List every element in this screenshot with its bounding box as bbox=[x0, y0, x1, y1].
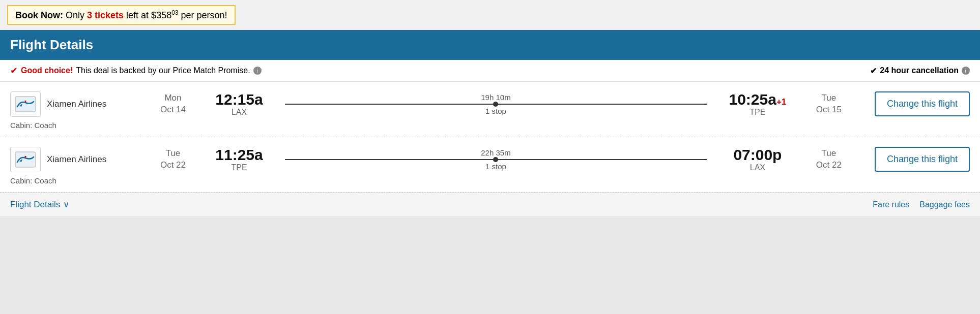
airline-logo-area: Xiamen Airlines bbox=[10, 147, 142, 172]
arrive-airport: TPE bbox=[717, 108, 798, 117]
flight-duration-area: 22h 35m 1 stop bbox=[275, 148, 717, 171]
book-now-banner: Book Now: Only 3 tickets left at $35803 … bbox=[0, 0, 980, 30]
cabin-label: Cabin: Coach bbox=[10, 176, 970, 185]
change-flight-button[interactable]: Change this flight bbox=[875, 91, 970, 116]
section-title: Flight Details bbox=[10, 37, 93, 52]
depart-time-area: 12:15a LAX bbox=[204, 91, 275, 117]
stops-label: 1 stop bbox=[485, 107, 506, 115]
arrive-time-area: 10:25a+1 TPE bbox=[717, 91, 798, 117]
flights-container: Xiamen Airlines Mon Oct 14 12:15a LAX bbox=[0, 82, 980, 193]
tickets-count: 3 tickets bbox=[87, 10, 124, 20]
price-match-info-icon[interactable]: i bbox=[253, 67, 262, 75]
flight-main: Xiamen Airlines Tue Oct 22 11:25a TPE bbox=[10, 146, 970, 172]
airline-logo-area: Xiamen Airlines bbox=[10, 91, 142, 117]
cabin-label: Cabin: Coach bbox=[10, 121, 970, 130]
cancellation-info-icon[interactable]: i bbox=[962, 67, 970, 75]
arrive-time-value: 07:00p bbox=[733, 146, 782, 163]
good-choice-text: This deal is backed by our Price Match P… bbox=[76, 66, 250, 75]
banner-suffix2: per person! bbox=[181, 10, 227, 20]
flight-details-link[interactable]: Flight Details ∨ bbox=[10, 199, 69, 210]
duration-line bbox=[285, 159, 707, 160]
arrive-date-line2: Oct 22 bbox=[816, 160, 842, 170]
depart-date-line2: Oct 14 bbox=[160, 105, 186, 114]
book-now-label: Book Now: bbox=[15, 10, 63, 20]
arrive-airport: LAX bbox=[717, 163, 798, 172]
arrive-date-line1: Tue bbox=[822, 148, 837, 158]
arrive-plus-day: +1 bbox=[776, 97, 786, 107]
banner-suffix: left at $358 bbox=[126, 10, 171, 20]
good-choice-label: Good choice! bbox=[21, 66, 73, 75]
depart-date-line2: Oct 22 bbox=[160, 160, 186, 170]
arrive-date-line1: Tue bbox=[822, 93, 837, 103]
flight-row-inner: Xiamen Airlines Mon Oct 14 12:15a LAX bbox=[10, 91, 970, 130]
cancellation-notice: ✔ 24 hour cancellation i bbox=[870, 66, 970, 76]
footer-links: Fare rules Baggage fees bbox=[873, 200, 970, 209]
airline-name: Xiamen Airlines bbox=[47, 154, 106, 165]
depart-time: 11:25a bbox=[204, 146, 275, 163]
arrive-time-value: 10:25a bbox=[729, 91, 776, 108]
flight-main: Xiamen Airlines Mon Oct 14 12:15a LAX bbox=[10, 91, 970, 117]
depart-airport: LAX bbox=[204, 108, 275, 117]
xiamen-airlines-logo-icon bbox=[14, 151, 37, 168]
stops-label: 1 stop bbox=[485, 162, 506, 171]
flight-details-link-text: Flight Details bbox=[10, 200, 60, 210]
cancellation-checkmark: ✔ bbox=[870, 66, 877, 76]
depart-date-line1: Mon bbox=[164, 93, 181, 103]
duration-label: 19h 10m bbox=[481, 93, 510, 102]
airline-logo bbox=[10, 147, 41, 172]
arrive-time: 07:00p bbox=[717, 146, 798, 163]
depart-airport: TPE bbox=[204, 163, 275, 172]
duration-line bbox=[285, 104, 707, 105]
page-container: Book Now: Only 3 tickets left at $35803 … bbox=[0, 0, 980, 216]
xiamen-airlines-logo-icon bbox=[14, 96, 37, 113]
stop-dot bbox=[493, 157, 498, 162]
depart-date-line1: Tue bbox=[166, 148, 181, 158]
airline-name: Xiamen Airlines bbox=[47, 99, 106, 109]
good-choice-checkmark: ✔ bbox=[10, 65, 18, 76]
stop-dot bbox=[493, 102, 498, 107]
depart-date: Mon Oct 14 bbox=[142, 92, 204, 115]
arrive-date: Tue Oct 22 bbox=[798, 148, 859, 170]
footer-bar: Flight Details ∨ Fare rules Baggage fees bbox=[0, 193, 980, 216]
arrive-date: Tue Oct 15 bbox=[798, 92, 859, 115]
depart-date: Tue Oct 22 bbox=[142, 148, 204, 170]
flight-row-inner: Xiamen Airlines Tue Oct 22 11:25a TPE bbox=[10, 146, 970, 185]
flight-row: Xiamen Airlines Mon Oct 14 12:15a LAX bbox=[0, 82, 980, 137]
depart-time-area: 11:25a TPE bbox=[204, 146, 275, 172]
arrive-time: 10:25a+1 bbox=[717, 91, 798, 108]
change-flight-button[interactable]: Change this flight bbox=[875, 147, 970, 172]
arrive-date-line2: Oct 15 bbox=[816, 105, 842, 114]
airline-logo bbox=[10, 91, 41, 117]
fare-rules-link[interactable]: Fare rules bbox=[873, 200, 909, 209]
good-choice-bar: ✔ Good choice! This deal is backed by ou… bbox=[0, 60, 980, 82]
good-choice-left: ✔ Good choice! This deal is backed by ou… bbox=[10, 65, 262, 76]
chevron-down-icon: ∨ bbox=[63, 199, 69, 210]
cancellation-text: 24 hour cancellation bbox=[880, 66, 959, 75]
flight-row: Xiamen Airlines Tue Oct 22 11:25a TPE bbox=[0, 137, 980, 193]
flight-duration-area: 19h 10m 1 stop bbox=[275, 93, 717, 115]
section-header: Flight Details bbox=[0, 30, 980, 60]
duration-label: 22h 35m bbox=[481, 148, 510, 157]
price-superscript: 03 bbox=[171, 9, 178, 16]
baggage-fees-link[interactable]: Baggage fees bbox=[919, 200, 970, 209]
depart-time: 12:15a bbox=[204, 91, 275, 108]
arrive-time-area: 07:00p LAX bbox=[717, 146, 798, 172]
